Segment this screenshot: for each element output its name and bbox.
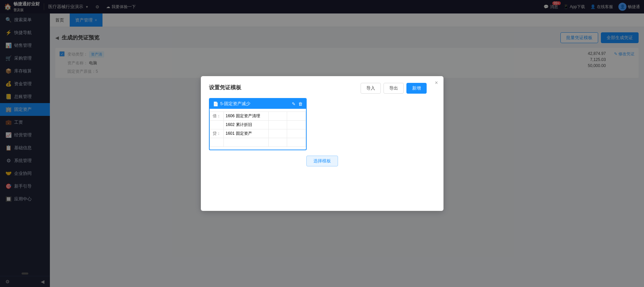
template-entry-row: 贷： 1601 固定资产 [210,129,306,138]
template-edit-icon[interactable]: ✎ [292,101,296,106]
template-entry-row: 借： 1606 固定资产清理 [210,112,306,121]
voucher-template-modal: 设置凭证模板 × 导入 导出 新增 📄 5-固定资产减少 ✎ 🗑 [201,76,443,211]
template-delete-icon[interactable]: 🗑 [298,101,303,106]
template-body: 借： 1606 固定资产清理 1602 累计折旧 贷： [210,109,306,150]
template-card: 📄 5-固定资产减少 ✎ 🗑 借： 1606 固定资产清理 [209,98,307,150]
select-template-button[interactable]: 选择模板 [306,156,338,166]
template-entry-row: 1602 累计折旧 [210,121,306,129]
template-entry-row-empty [210,138,306,147]
import-button[interactable]: 导入 [361,83,381,94]
template-entries-table: 借： 1606 固定资产清理 1602 累计折旧 贷： [210,111,306,147]
export-button[interactable]: 导出 [384,83,404,94]
template-name: 5-固定资产减少 [220,101,251,107]
modal-toolbar: 导入 导出 新增 [361,83,427,94]
select-template-container: 选择模板 [209,156,435,166]
template-card-header: 📄 5-固定资产减少 ✎ 🗑 [210,99,306,109]
modal-close-button[interactable]: × [435,80,438,86]
modal-overlay: 设置凭证模板 × 导入 导出 新增 📄 5-固定资产减少 ✎ 🗑 [0,0,644,287]
template-header-left: 📄 5-固定资产减少 [213,101,251,107]
new-template-button[interactable]: 新增 [406,83,427,94]
template-actions: ✎ 🗑 [292,101,303,106]
template-doc-icon: 📄 [213,101,218,106]
